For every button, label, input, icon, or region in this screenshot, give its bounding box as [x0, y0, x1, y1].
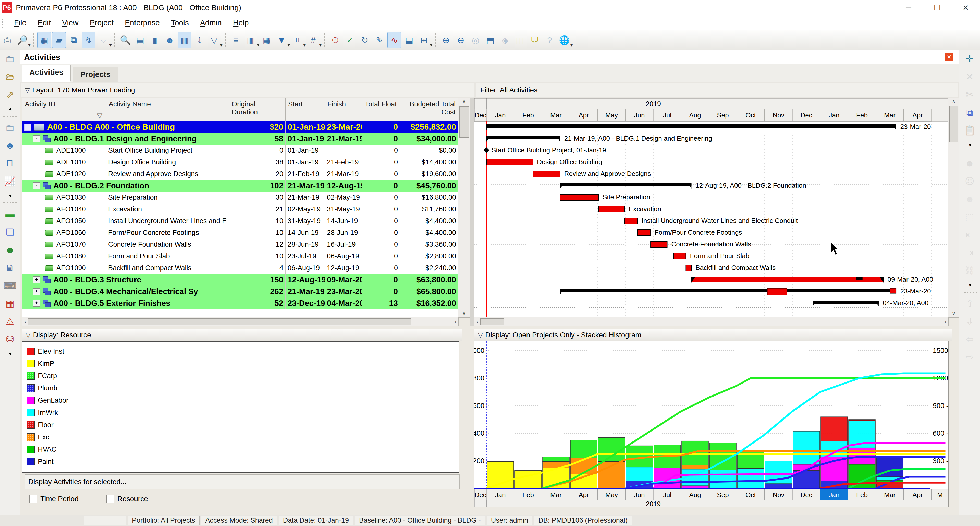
menu-item-admin[interactable]: Admin [194, 16, 228, 29]
summarize-icon[interactable]: ⊞ [417, 32, 431, 48]
table-row[interactable]: AFO1030Site Preparation3021-Mar-1902-May… [22, 192, 458, 204]
collapse-arrow-icon[interactable]: ◂ [963, 141, 977, 148]
gantt-bar[interactable]: 21-Mar-19, A00 - BLDG.1 Design and Engin… [487, 135, 712, 142]
table-row[interactable]: -A00 - BLDG A00 - Office Building32001-J… [22, 121, 458, 133]
group-sort-icon[interactable]: ≡ [229, 32, 243, 48]
filter-bar[interactable]: Filter: All Activities [476, 83, 958, 97]
menu-item-enterprise[interactable]: Enterprise [119, 16, 165, 29]
apply-actuals-icon[interactable]: ✓ [343, 32, 357, 48]
table-row[interactable]: AFO1040Excavation2102-May-1931-May-190$1… [22, 204, 458, 215]
legend-item[interactable]: FCarp [27, 370, 458, 382]
move-right-icon[interactable]: ⇨ [963, 350, 977, 364]
update-progress-icon[interactable]: ↻ [358, 32, 372, 48]
histogram-bar-segment[interactable] [737, 469, 764, 488]
minimize-button[interactable]: ─ [894, 0, 923, 15]
histogram-bar-segment[interactable] [682, 465, 708, 469]
legend-item[interactable]: Paint [27, 456, 458, 468]
activities-icon[interactable]: ▬ [3, 207, 17, 222]
wbs-icon[interactable]: ❏ [3, 225, 17, 239]
collapse-arrow-icon[interactable]: ◂ [3, 192, 17, 199]
dropdown-caret-icon[interactable]: ▾ [303, 42, 306, 50]
gantt-bar[interactable]: 04-Mar-20, A00 [813, 299, 929, 307]
paste-icon[interactable]: 📋 [963, 123, 977, 138]
histogram-bar-segment[interactable] [793, 431, 820, 464]
assignments-icon[interactable]: ☻ [3, 243, 17, 257]
collapse-icon[interactable]: - [33, 135, 40, 142]
issues-icon[interactable]: ⚠ [3, 314, 17, 328]
table-row[interactable]: -A00 - BLDG.1 Design and Engineering5801… [22, 133, 458, 145]
resource-window-icon[interactable]: ☻ [163, 32, 177, 48]
tab-activities[interactable]: Activities [22, 65, 71, 82]
column-header-activity-id[interactable]: Activity ID ▽ [22, 98, 106, 121]
table-gantt-splitter[interactable] [469, 98, 475, 326]
page-setup-icon[interactable]: ⌗ [290, 32, 304, 48]
tab-projects[interactable]: Projects [73, 67, 118, 82]
expand-icon[interactable]: + [33, 276, 40, 284]
copy-icon[interactable]: ⧉ [963, 105, 977, 120]
period-grid-icon[interactable]: ▽ [207, 32, 221, 48]
zoom-in-icon[interactable]: ⊕ [439, 32, 453, 48]
gantt-vertical-scrollbar[interactable]: ∧∨ [948, 98, 959, 318]
gantt-bar[interactable]: 09-Mar-20, A00 [691, 276, 933, 283]
move-up-icon[interactable]: ⇧ [963, 296, 977, 311]
table-row[interactable]: ADE1000Start Office Building Project001-… [22, 145, 458, 156]
open-project-icon[interactable]: 🗁 [3, 70, 17, 84]
collapse-arrow-icon[interactable]: ◂ [963, 281, 977, 288]
column-header-finish[interactable]: Finish [325, 98, 363, 121]
display-activities-bar[interactable]: Display Activities for selected... [24, 474, 460, 489]
add-icon[interactable]: ✛ [963, 52, 977, 66]
histogram-bar-segment[interactable] [682, 441, 708, 465]
table-row[interactable]: AFO1070Concrete Foundation Walls1228-Jun… [22, 239, 458, 250]
gantt-bar[interactable]: 23-Mar-20 [487, 123, 931, 131]
close-view-icon[interactable]: ✕ [945, 53, 953, 61]
link-activities-icon[interactable]: ⛓ [963, 263, 977, 278]
menu-item-edit[interactable]: Edit [32, 16, 56, 29]
documents-icon[interactable]: 🗎 [3, 261, 17, 275]
histogram-bar-segment[interactable] [849, 448, 875, 464]
gantt-bar[interactable]: Concrete Foundation Walls [651, 240, 751, 248]
move-down-icon[interactable]: ⇩ [963, 314, 977, 328]
assign-predecessor-icon[interactable]: ⇤ [963, 228, 977, 242]
expand-icon[interactable]: + [33, 288, 40, 295]
find-icon[interactable]: 🔍 [118, 32, 132, 48]
legend-item[interactable]: IrnWrk [27, 406, 458, 419]
gantt-bar[interactable]: Install Underground Water Lines and Elec… [625, 217, 798, 225]
column-header-original-duration[interactable]: Original Duration [229, 98, 286, 121]
table-font-icon[interactable]: ▦ [260, 32, 274, 48]
legend-item[interactable]: HVAC [27, 443, 458, 456]
legend-item[interactable]: Plumb [27, 382, 458, 394]
table-vertical-scrollbar[interactable]: ∧∨ [458, 98, 470, 318]
gantt-bar[interactable]: Design Office Building [487, 158, 602, 166]
reports-icon[interactable]: 🗒 [3, 156, 17, 171]
collapse-arrow-icon[interactable]: ◂ [3, 105, 17, 112]
expand-icon[interactable]: + [33, 300, 40, 307]
legend-item[interactable]: Elev Inst [27, 345, 458, 357]
table-row[interactable]: ADE1010Design Office Building3801-Jan-19… [22, 156, 458, 168]
resource-display-header[interactable]: ▽Display: Resource [22, 329, 462, 341]
menu-item-project[interactable]: Project [84, 16, 119, 29]
table-horizontal-scrollbar[interactable]: ‹› [22, 317, 458, 326]
print-preview-icon[interactable]: 🔎 [15, 32, 29, 48]
gantt-bar[interactable]: Review and Approve Designs [533, 170, 651, 177]
risks-icon[interactable]: ⛁ [3, 332, 17, 346]
gantt-bar[interactable]: Excavation [598, 205, 661, 213]
table-row[interactable]: AFO1090Backfill and Compact Walls406-Aug… [22, 262, 458, 274]
zoom-out-icon[interactable]: ⊖ [454, 32, 468, 48]
trace-logic-icon[interactable]: ⧉ [67, 32, 81, 48]
gantt-bar[interactable]: Form/Pour Concrete Footings [638, 228, 742, 236]
usage-profile-icon[interactable]: ▮ [148, 32, 162, 48]
online-help-icon[interactable]: 🌐 [557, 32, 571, 48]
expenses-icon[interactable]: ⌨ [3, 279, 17, 293]
gantt-chart-icon[interactable]: ▰ [52, 32, 66, 48]
global-change-icon[interactable]: ✎ [372, 32, 387, 48]
checkbox-resource[interactable] [106, 495, 115, 503]
histogram-display-header[interactable]: ▽Display: Open Projects Only - Stacked H… [474, 329, 952, 341]
menu-item-file[interactable]: File [8, 16, 32, 29]
gantt-bar[interactable]: 12-Aug-19, A00 - BLDG.2 Foundation [560, 182, 806, 189]
table-row[interactable]: AFO1050Install Underground Water Lines a… [22, 215, 458, 227]
table-view-icon[interactable]: ▦ [37, 32, 51, 48]
maximize-button[interactable]: ☐ [923, 0, 951, 15]
gantt-bar[interactable]: Site Preparation [560, 193, 650, 201]
level-resources-icon[interactable]: ∿ [387, 32, 401, 48]
table-row[interactable]: AFO1080Form and Pour Slab1023-Jul-1906-A… [22, 250, 458, 262]
